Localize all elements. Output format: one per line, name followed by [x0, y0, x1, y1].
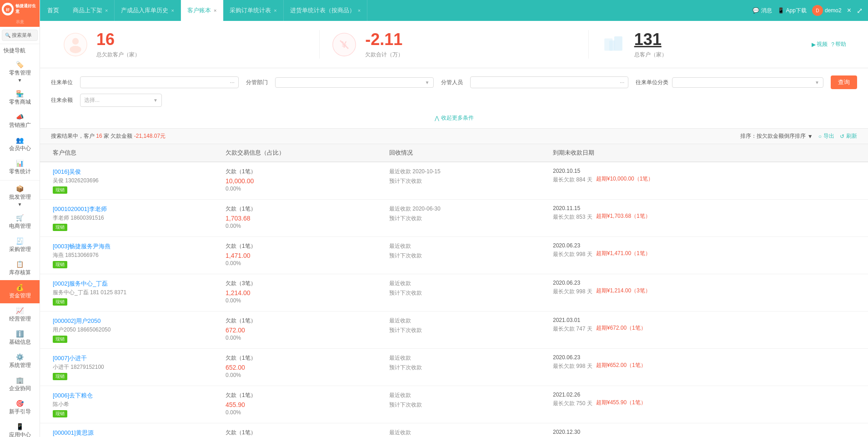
tab-close-icon[interactable]: ×: [358, 8, 361, 13]
customer-info-cell: [0007]小进干 小进干 18279152100 现销: [51, 354, 224, 380]
debt-amount[interactable]: 672.00: [226, 326, 386, 334]
tab-products-off[interactable]: 商品上下架 ×: [66, 0, 115, 21]
tab-label: 客户账本: [187, 6, 211, 15]
overdue-days: 最长欠款 750 天: [553, 400, 592, 407]
overdue-link[interactable]: 超期¥1,471.00（1笔）: [596, 250, 651, 257]
quick-nav-item[interactable]: 快捷导航: [0, 44, 40, 57]
due-date: 2021.03.01: [553, 317, 855, 323]
sidebar-item-marketing[interactable]: 📣 营销推广: [0, 110, 40, 133]
app-download-label: App下载: [786, 7, 807, 15]
source-unit-input[interactable]: ···: [80, 76, 239, 88]
debt-amount[interactable]: 455.90: [226, 401, 386, 408]
sidebar-item-operation[interactable]: 📈 经营管理: [0, 303, 40, 326]
manager-input[interactable]: ···: [470, 76, 629, 88]
customer-name-link[interactable]: [000001]黄思源: [53, 429, 94, 436]
tab-close-icon[interactable]: ×: [105, 8, 108, 13]
maximize-icon[interactable]: ⤢: [857, 6, 863, 15]
sidebar-item-newcomer[interactable]: 🎯 新手引导: [0, 396, 40, 419]
sidebar-search-area[interactable]: 🔍 搜索菜单: [0, 27, 40, 44]
export-icon: ○: [818, 133, 822, 140]
tab-customer-account[interactable]: 客户账本 ×: [181, 0, 223, 21]
sidebar-item-retail-stats[interactable]: 📊 零售统计: [0, 156, 40, 179]
menu-search-button[interactable]: 🔍 搜索菜单: [2, 30, 38, 41]
overdue-link[interactable]: 超期¥672.00（1笔）: [596, 324, 646, 332]
sidebar-item-purchase[interactable]: 🧾 采购管理: [0, 234, 40, 257]
tab-home[interactable]: 首页: [40, 0, 66, 21]
customer-tag: 现销: [53, 186, 67, 194]
sidebar-brand: 示意: [0, 18, 40, 27]
search-button[interactable]: 查询: [831, 75, 857, 89]
customer-name-link[interactable]: [0003]畅捷服务尹海燕: [53, 243, 110, 250]
debt-amount[interactable]: 10,000.00: [226, 177, 386, 185]
sidebar-logo[interactable]: 好 畅捷通好生意: [0, 0, 40, 18]
stat-card-debt: ¥ -2.11 欠款合计（万）: [320, 30, 588, 59]
sidebar-item-finance[interactable]: 💰 资金管理: [0, 280, 40, 303]
next-payment: 预计下次收款: [389, 177, 549, 185]
debt-ratio: 0.00%: [226, 372, 386, 378]
content-scroll[interactable]: 16 总欠款客户（家） ¥ -2.: [40, 21, 868, 437]
customer-name-link[interactable]: [0001020001]李老师: [53, 206, 107, 212]
close-window-icon[interactable]: ×: [847, 6, 851, 15]
tab-production-history[interactable]: 产成品入库单历史 ×: [115, 0, 181, 21]
overdue-link[interactable]: 超期¥1,703.68（1笔）: [596, 212, 651, 220]
finance-icon: 💰: [16, 284, 24, 291]
sidebar-item-member[interactable]: 👥 会员中心: [0, 133, 40, 156]
tab-purchase-stats[interactable]: 采购订单统计表 ×: [223, 0, 283, 21]
tab-close-icon[interactable]: ×: [171, 8, 174, 13]
refresh-button[interactable]: ↺ 刷新: [840, 132, 857, 140]
sidebar-item-enterprise[interactable]: 🏢 企业协同: [0, 373, 40, 396]
tab-import-stats[interactable]: 进货单统计表（按商品） ×: [284, 0, 367, 21]
results-info: 搜索结果中，客户 16 家 欠款金额 -21,148.07元: [51, 132, 166, 140]
customer-name-link[interactable]: [0002]服务中心_丁磊: [53, 280, 108, 287]
logo-text: 畅捷通好生意: [15, 4, 38, 14]
stats-icon: 📊: [16, 160, 24, 167]
overdue-link[interactable]: 超期¥1,214.00（3笔）: [596, 287, 651, 295]
customer-name-link[interactable]: [000002]用户2050: [53, 317, 101, 324]
debt-amount[interactable]: 652.00: [226, 364, 386, 371]
dept-select[interactable]: ▼: [275, 77, 434, 88]
message-button[interactable]: 💬 消息: [753, 7, 772, 15]
due-date: 2020.12.30: [553, 429, 855, 435]
customer-name-link[interactable]: [0007]小进干: [53, 355, 87, 362]
customer-info-cell: [0001020001]李老师 李老师 18600391516 现销: [51, 205, 224, 231]
tab-close-icon[interactable]: ×: [214, 8, 216, 13]
next-payment: 预计下次收款: [389, 289, 549, 297]
app-download-button[interactable]: 📱 App下载: [778, 7, 807, 15]
info-icon: ℹ️: [16, 330, 24, 337]
debt-amount[interactable]: 1,214.00: [226, 289, 386, 296]
help-button[interactable]: ? 帮助: [831, 40, 846, 48]
sidebar-item-label: 库存核算: [9, 269, 31, 276]
svg-point-4: [70, 45, 81, 53]
username-label: demo2: [825, 7, 842, 14]
sort-select[interactable]: 排序：按欠款金额倒序排序 ▼: [740, 132, 813, 140]
balance-filter: 往来余额 选择... ▼: [51, 94, 857, 107]
export-label: 导出: [823, 132, 834, 140]
collapse-filter-button[interactable]: ⋀ 收起更多条件: [51, 111, 857, 125]
video-button[interactable]: ▶ 视频: [812, 40, 828, 48]
sidebar-item-retail-mall[interactable]: 🏪 零售商城: [0, 86, 40, 110]
sidebar-item-app-center[interactable]: 📱 应用中心: [0, 419, 40, 437]
tab-close-icon[interactable]: ×: [274, 8, 276, 13]
unit-category-select[interactable]: ▼: [672, 77, 823, 88]
sidebar-item-basic-info[interactable]: ℹ️ 基础信息: [0, 326, 40, 350]
sidebar-item-retail-mgmt[interactable]: 🏷️ 零售管理 ▼: [0, 57, 40, 86]
user-menu-button[interactable]: D demo2: [812, 5, 842, 16]
debt-info-cell: 欠款（1笔） 429.00 0.00%: [224, 429, 387, 437]
sidebar-item-inventory[interactable]: 📋 库存核算: [0, 257, 40, 280]
customer-name-link[interactable]: [0006]去下粮仓: [53, 392, 93, 399]
sidebar-item-system[interactable]: ⚙️ 系统管理: [0, 350, 40, 373]
overdue-link[interactable]: 超期¥455.90（1笔）: [596, 399, 646, 407]
customer-name-link[interactable]: [0016]吴俊: [53, 168, 81, 175]
debt-amount[interactable]: 1,471.00: [226, 252, 386, 259]
sidebar-item-ecommerce[interactable]: 🛒 电商管理: [0, 211, 40, 234]
debt-count: 欠款（1笔）: [226, 429, 386, 437]
sidebar-item-batch-mgmt[interactable]: 📦 批发管理 ▼: [0, 181, 40, 211]
debt-ratio: 0.00%: [226, 223, 386, 229]
export-button[interactable]: ○ 导出: [818, 132, 834, 140]
overdue-link[interactable]: 超期¥652.00（1笔）: [596, 362, 646, 369]
balance-select[interactable]: 选择... ▼: [80, 94, 162, 107]
stat-card-customers: 16 总欠款客户（家）: [51, 30, 320, 59]
debt-amount[interactable]: 1,703.68: [226, 215, 386, 222]
overdue-link[interactable]: 超期¥10,000.00（1笔）: [596, 175, 654, 183]
dept-label: 分管部门: [246, 79, 271, 86]
